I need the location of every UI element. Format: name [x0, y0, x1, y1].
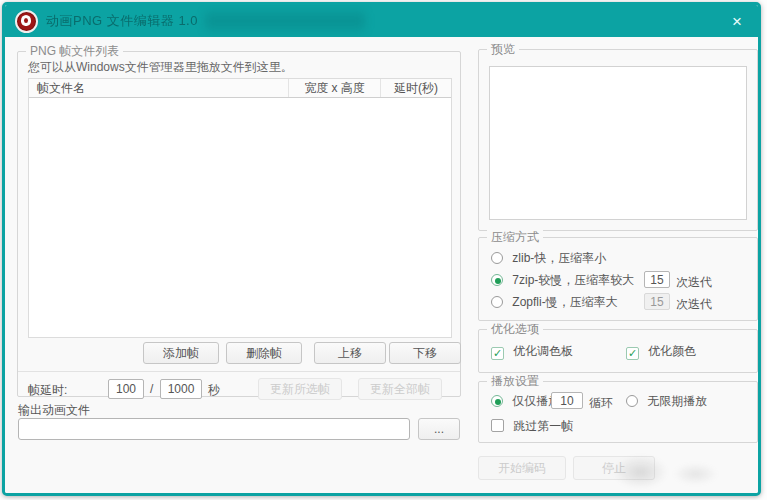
column-dimensions[interactable]: 宽度 x 高度 — [289, 79, 381, 97]
update-all-frames-button[interactable]: 更新全部帧 — [358, 378, 442, 400]
frame-list-group: PNG 帧文件列表 您可以从Windows文件管理器里拖放文件到这里。 帧文件名… — [17, 51, 461, 397]
add-frame-button[interactable]: 添加帧 — [143, 342, 219, 364]
infinite-play-radio[interactable] — [626, 395, 638, 407]
frame-table-header: 帧文件名 宽度 x 高度 延时(秒) — [29, 79, 451, 98]
preview-group-title: 预览 — [487, 42, 519, 57]
delay-separator: / — [150, 382, 153, 396]
play-count-row: 仅仅播放 — [491, 393, 560, 410]
loop-count-input[interactable] — [551, 392, 583, 409]
compression-group: 压缩方式 zlib-快，压缩率小 7zip-较慢，压缩率较大 次迭代 Zopfl… — [478, 237, 758, 321]
preview-group: 预览 — [478, 49, 758, 231]
radio-row-7zip: 7zip-较慢，压缩率较大 — [491, 272, 634, 290]
frame-delay-label: 帧延时: — [28, 382, 67, 399]
start-encoding-button[interactable]: 开始编码 — [478, 456, 566, 480]
playback-group-title: 播放设置 — [487, 374, 543, 389]
output-file-input[interactable] — [18, 418, 410, 440]
compression-group-title: 压缩方式 — [487, 230, 543, 245]
optimize-palette-row: ✓ 优化调色板 — [491, 343, 573, 360]
zopfli-iterations-label: 次迭代 — [676, 296, 712, 313]
output-file-label: 输出动画文件 — [18, 402, 90, 419]
zlib-radio[interactable] — [491, 252, 503, 264]
frame-delay-row: 帧延时: / 秒 更新所选帧 更新全部帧 — [18, 378, 460, 400]
window-title: 动画PNG 文件编辑器 1.0 — [46, 12, 198, 30]
frame-list-body[interactable] — [29, 98, 451, 337]
optimize-color-checkbox[interactable]: ✓ — [626, 347, 639, 360]
delay-numerator-input[interactable] — [108, 379, 144, 399]
radio-row-zopfli: Zopfli-慢，压缩率大 — [491, 294, 618, 312]
sevenzip-iterations-input[interactable] — [644, 271, 670, 288]
optimize-palette-checkbox[interactable]: ✓ — [491, 347, 504, 360]
optimize-palette-label: 优化调色板 — [513, 344, 573, 358]
move-up-button[interactable]: 上移 — [314, 342, 386, 364]
divider — [18, 371, 460, 372]
stop-button[interactable]: 停止 — [573, 456, 655, 480]
column-filename[interactable]: 帧文件名 — [29, 79, 289, 97]
zopfli-radio-label: Zopfli-慢，压缩率大 — [512, 295, 617, 309]
delay-denominator-input[interactable] — [160, 379, 202, 399]
sevenzip-iterations-label: 次迭代 — [676, 274, 712, 291]
zlib-radio-label: zlib-快，压缩率小 — [512, 251, 606, 265]
frame-list-group-title: PNG 帧文件列表 — [26, 44, 123, 59]
zopfli-radio[interactable] — [491, 296, 503, 308]
skip-first-frame-row: 跳过第一帧 — [491, 418, 573, 435]
sevenzip-radio[interactable] — [491, 274, 503, 286]
play-count-radio[interactable] — [491, 395, 503, 407]
radio-row-zlib: zlib-快，压缩率小 — [491, 250, 606, 268]
skip-first-frame-checkbox[interactable] — [491, 419, 504, 432]
frame-table[interactable]: 帧文件名 宽度 x 高度 延时(秒) — [28, 78, 452, 338]
playback-group: 播放设置 仅仅播放 循环 无限期播放 跳过第一帧 — [478, 381, 758, 443]
delay-unit-label: 秒 — [208, 382, 220, 399]
drag-drop-hint: 您可以从Windows文件管理器里拖放文件到这里。 — [28, 59, 293, 76]
zopfli-iterations-input[interactable] — [644, 293, 670, 310]
app-logo-icon — [15, 10, 38, 33]
sevenzip-radio-label: 7zip-较慢，压缩率较大 — [512, 273, 634, 287]
close-icon[interactable]: × — [726, 11, 748, 32]
column-delay[interactable]: 延时(秒) — [381, 79, 451, 97]
preview-canvas — [489, 66, 747, 220]
loop-unit-label: 循环 — [589, 395, 613, 412]
update-selected-frame-button[interactable]: 更新所选帧 — [258, 378, 342, 400]
optimize-color-label: 优化颜色 — [648, 344, 696, 358]
infinite-play-label: 无限期播放 — [647, 394, 707, 408]
browse-button[interactable]: ... — [418, 418, 460, 440]
optimization-group: 优化选项 ✓ 优化调色板 ✓ 优化颜色 — [478, 329, 758, 373]
titlebar: 动画PNG 文件编辑器 1.0 × — [5, 5, 758, 37]
optimize-color-row: ✓ 优化颜色 — [626, 343, 696, 360]
optimization-group-title: 优化选项 — [487, 322, 543, 337]
infinite-play-row: 无限期播放 — [626, 393, 707, 410]
skip-first-frame-label: 跳过第一帧 — [513, 419, 573, 433]
content-area: PNG 帧文件列表 您可以从Windows文件管理器里拖放文件到这里。 帧文件名… — [5, 37, 758, 493]
move-down-button[interactable]: 下移 — [389, 342, 461, 364]
app-window: 动画PNG 文件编辑器 1.0 × PNG 帧文件列表 您可以从Windows文… — [2, 2, 761, 496]
titlebar-watermark — [205, 12, 365, 30]
delete-frame-button[interactable]: 删除帧 — [226, 342, 302, 364]
